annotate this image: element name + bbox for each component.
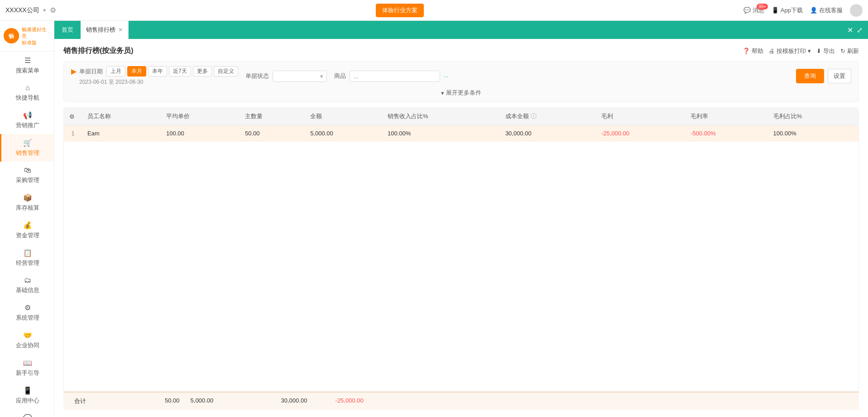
appcenter-icon: 📱 — [23, 386, 32, 395]
date-btns-row: 单据日期 上月 本月 本年 近7天 更多 自定义 — [79, 66, 238, 77]
tab-sales-ranking[interactable]: 销售排行榜 ✕ — [81, 21, 129, 39]
export-icon: ⬇ — [816, 48, 821, 54]
settings-icon[interactable]: ⚙ — [50, 6, 56, 14]
footer-salepct — [230, 397, 276, 405]
company-dropdown-icon[interactable]: ▾ — [43, 7, 46, 14]
sidebar-item-wechat[interactable]: 💬 企业微信 — [0, 409, 54, 417]
user-avatar[interactable] — [850, 4, 863, 17]
expand-more-btn[interactable]: ▾ 展开更多条件 — [71, 89, 851, 97]
cell-salepct: 100.00% — [382, 125, 500, 142]
refresh-label: 刷新 — [847, 47, 859, 55]
message-badge: 99+ — [757, 4, 768, 10]
expand-label: 展开更多条件 — [446, 89, 481, 97]
footer-profit: -25,000.00 — [330, 397, 369, 405]
date-label: 单据日期 — [79, 67, 103, 76]
table-footer: 合计 50.00 5,000.00 30,000.00 -25,000.00 — [63, 392, 859, 410]
logo-icon: 畅 — [4, 28, 19, 44]
tab-home[interactable]: 首页 — [54, 21, 81, 39]
wechat-icon: 💬 — [23, 414, 32, 417]
export-label: 导出 — [823, 47, 835, 55]
top-bar-left: XXXXX公司 ▾ ⚙ — [5, 6, 56, 14]
cell-rank: 1 — [64, 125, 82, 142]
footer-spacer1 — [123, 397, 159, 405]
col-profit-header: 毛利 — [596, 108, 685, 125]
page-inner: 销售排行榜(按业务员) ❓ 帮助 🖨 按模板打印 ▾ ⬇ — [54, 39, 868, 417]
cell-profit: -25,000.00 — [596, 125, 685, 142]
sidebar-item-basicinfo[interactable]: 🗂 基础信息 — [0, 272, 54, 299]
sidebar-label-marketing: 营销推广 — [16, 121, 39, 129]
home-icon: ⌂ — [25, 84, 30, 92]
trial-button[interactable]: 体验行业方案 — [376, 4, 424, 17]
column-settings-icon[interactable]: ⚙ — [69, 113, 75, 120]
sidebar-item-collab[interactable]: 🤝 企业协同 — [0, 326, 54, 354]
tab-close-window-icon[interactable]: ✕ — [847, 26, 853, 34]
guide-icon: 📖 — [23, 359, 32, 367]
goods-input[interactable] — [350, 71, 440, 82]
status-select[interactable] — [273, 71, 327, 82]
online-service-label: 在线客服 — [819, 6, 843, 14]
date-btn-more[interactable]: 更多 — [193, 66, 212, 77]
sidebar-label-finance: 资金管理 — [16, 231, 39, 240]
date-btn-this-month[interactable]: 本月 — [127, 66, 146, 77]
logo-text-line1: 畅康通好生意 — [22, 26, 50, 39]
query-button[interactable]: 查询 — [796, 69, 824, 83]
help-btn[interactable]: ❓ 帮助 — [743, 47, 763, 55]
sidebar-item-operations[interactable]: 📋 经营管理 — [0, 244, 54, 272]
sidebar-item-system[interactable]: ⚙ 系统管理 — [0, 299, 54, 326]
tab-expand-icon[interactable]: ⤢ — [857, 26, 863, 34]
sidebar-item-quicknav[interactable]: ⌂ 快捷导航 — [0, 79, 54, 106]
cell-amount: 5,000.00 — [305, 125, 382, 142]
filter-expand-icon[interactable]: ▶ — [71, 67, 77, 76]
date-btn-last7[interactable]: 近7天 — [169, 66, 191, 77]
cell-avgprice: 100.00 — [161, 125, 240, 142]
status-label: 单据状态 — [245, 72, 269, 80]
date-btn-last-month[interactable]: 上月 — [106, 66, 125, 77]
top-bar: XXXXX公司 ▾ ⚙ 体验行业方案 💬 消息 99+ 📱 App下载 👤 在线… — [0, 0, 868, 21]
table-row: 1 Eam 100.00 50.00 5,000.00 100.00% 30,0… — [64, 125, 858, 142]
table-wrapper: ⚙ 员工名称 平均单价 主数量 全额 销售收入占比% 成本全额 ⓘ 毛 — [63, 107, 859, 392]
page-header: 销售排行榜(按业务员) ❓ 帮助 🖨 按模板打印 ▾ ⬇ — [63, 46, 859, 56]
settings-button[interactable]: 设置 — [828, 69, 851, 83]
print-btn[interactable]: 🖨 按模板打印 ▾ — [769, 47, 811, 55]
goods-filter-group: 商品 ··· — [334, 71, 449, 82]
sidebar-item-appcenter[interactable]: 📱 应用中心 — [0, 382, 54, 409]
sidebar-label-purchase: 采购管理 — [16, 176, 39, 184]
collab-icon: 🤝 — [23, 331, 32, 340]
status-select-wrapper — [273, 71, 327, 82]
col-profitrate-header: 毛利率 — [685, 108, 767, 125]
top-bar-center: 体验行业方案 — [376, 4, 424, 17]
date-btn-this-year[interactable]: 本年 — [148, 66, 167, 77]
sidebar-item-purchase[interactable]: 🛍 采购管理 — [0, 162, 54, 189]
goods-label: 商品 — [334, 72, 346, 80]
online-service-btn[interactable]: 👤 在线客服 — [810, 6, 843, 14]
goods-more-icon[interactable]: ··· — [444, 73, 449, 80]
footer-amount: 5,000.00 — [185, 397, 230, 405]
refresh-btn[interactable]: ↻ 刷新 — [840, 47, 859, 55]
status-filter-group: 单据状态 — [245, 71, 327, 82]
col-profitpct-header: 毛利占比% — [768, 108, 859, 125]
inventory-icon: 📦 — [23, 193, 32, 202]
cost-info-icon[interactable]: ⓘ — [531, 113, 537, 120]
message-btn[interactable]: 💬 消息 99+ — [743, 6, 764, 14]
content-area: 首页 销售排行榜 ✕ ✕ ⤢ 销售排行榜(按业务员) ❓ 帮助 — [54, 21, 868, 417]
export-btn[interactable]: ⬇ 导出 — [816, 47, 835, 55]
sidebar-item-finance[interactable]: 💰 资金管理 — [0, 216, 54, 244]
message-icon: 💬 — [743, 7, 751, 14]
service-icon: 👤 — [810, 7, 817, 14]
help-label: 帮助 — [752, 47, 763, 55]
app-icon: 📱 — [772, 7, 779, 14]
sidebar-label-quicknav: 快捷导航 — [16, 94, 39, 102]
sidebar-item-guide[interactable]: 📖 新手引导 — [0, 354, 54, 382]
sidebar-label-operations: 经营管理 — [16, 259, 39, 267]
sidebar-label-sales: 销售管理 — [16, 149, 39, 157]
tab-close-icon[interactable]: ✕ — [118, 27, 123, 33]
sidebar-item-sales[interactable]: 🛒 销售管理 — [0, 134, 54, 162]
date-btn-custom[interactable]: 自定义 — [214, 66, 238, 77]
cell-profitrate: -500.00% — [685, 125, 767, 142]
sidebar-item-inventory[interactable]: 📦 库存核算 — [0, 189, 54, 216]
sidebar-item-search[interactable]: ☰ 搜索菜单 — [0, 52, 54, 79]
app-download-btn[interactable]: 📱 App下载 — [772, 6, 803, 14]
print-icon: 🖨 — [769, 48, 775, 54]
sidebar-label-basicinfo: 基础信息 — [16, 286, 39, 294]
sidebar-item-marketing[interactable]: 📢 营销推广 — [0, 106, 54, 134]
